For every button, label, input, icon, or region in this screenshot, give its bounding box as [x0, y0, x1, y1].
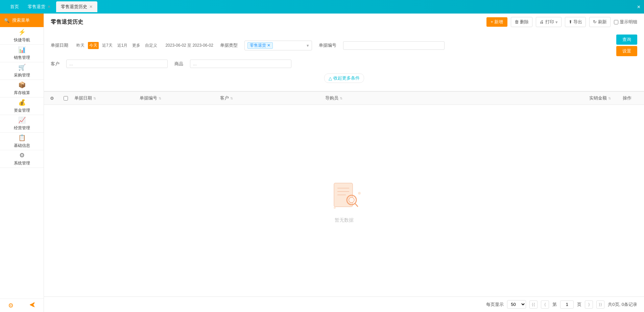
per-page-select[interactable]: 50 100 200 [507, 300, 526, 309]
sidebar-item-inventory[interactable]: 📦 库存核算 [0, 80, 44, 97]
doc-no-input[interactable] [343, 41, 445, 50]
table-header: ⚙ 单据日期 ⇅ 单据编号 ⇅ 客户 ⇅ 导购员 [44, 91, 644, 105]
sidebar-bottom: ⚙ ⮜ [0, 298, 44, 312]
new-button[interactable]: + 新增 [486, 17, 507, 27]
per-page-label: 每页显示 [486, 302, 504, 308]
empty-text: 暂无数据 [335, 217, 354, 223]
first-page-button[interactable]: ⟨⟨ [529, 300, 538, 309]
doc-type-tag[interactable]: 零售退货 ✕ [247, 42, 273, 49]
last-page-button[interactable]: ⟩⟩ [596, 300, 604, 309]
print-button[interactable]: 🖨 打印 ▾ [536, 17, 562, 27]
prev-page-button[interactable]: ⟨ [541, 300, 549, 309]
sidebar-item-quick-nav[interactable]: ⚡ 快捷导航 [0, 27, 44, 45]
toolbar: + 新增 🗑 删除 🖨 打印 ▾ ⬆ 导出 ↻ 刷新 显示明细 [486, 17, 637, 27]
sort-customer-icon[interactable]: ⇅ [230, 96, 233, 100]
tabs: 首页 零售退货 ✕ 零售退货历史 ✕ [7, 1, 637, 12]
select-all-checkbox[interactable] [64, 96, 68, 101]
top-bar: 首页 零售退货 ✕ 零售退货历史 ✕ ✕ [0, 0, 644, 14]
query-button[interactable]: 查询 [616, 35, 637, 45]
page-summary: 共0页, 0条记录 [608, 302, 637, 308]
empty-state: 暂无数据 [44, 105, 644, 296]
delete-button[interactable]: 🗑 删除 [511, 17, 533, 27]
date-btn-custom[interactable]: 自定义 [144, 42, 159, 49]
search-menu[interactable]: 🔍 搜索菜单 [0, 14, 44, 27]
th-checkbox[interactable] [59, 96, 72, 101]
doc-type-select[interactable]: 零售退货 ✕ ▾ [244, 41, 312, 50]
th-settings[interactable]: ⚙ [47, 96, 59, 101]
empty-illustration [327, 178, 361, 212]
search-icon: 🔍 [4, 18, 9, 23]
print-dropdown-icon: ▾ [555, 20, 558, 25]
goods-label: 商品 [174, 61, 183, 67]
sidebar-item-sales-mgmt[interactable]: 📊 销售管理 [0, 45, 44, 62]
pagination: 每页显示 50 100 200 ⟨⟨ ⟨ 第 页 ⟩ ⟩⟩ 共0页, 0条记录 [44, 296, 644, 312]
customer-label: 客户 [51, 61, 59, 67]
refresh-button[interactable]: ↻ 刷新 [589, 17, 611, 27]
collapse-sidebar-icon[interactable]: ⮜ [29, 302, 35, 309]
next-page-button[interactable]: ⟩ [585, 300, 593, 309]
base-info-icon: 📋 [18, 134, 26, 141]
doc-type-dropdown-icon: ▾ [307, 43, 309, 48]
svg-point-8 [358, 192, 361, 195]
show-detail-checkbox-label[interactable]: 显示明细 [614, 19, 637, 25]
show-detail-checkbox[interactable] [614, 20, 618, 24]
svg-line-6 [355, 203, 358, 206]
th-guide: 导购员 ⇅ [323, 95, 403, 101]
gear-icon[interactable]: ⚙ [50, 96, 54, 101]
settings-bottom-icon[interactable]: ⚙ [8, 302, 14, 309]
th-amount: 实销金额 ⇅ [558, 95, 614, 101]
page-title: 零售退货历史 [51, 19, 83, 26]
goods-select[interactable]: ... [190, 60, 291, 68]
date-filter-label: 单据日期 [51, 42, 68, 48]
date-btn-7days[interactable]: 近7天 [101, 42, 114, 49]
page-input[interactable] [560, 300, 574, 309]
main-content: 零售退货历史 + 新增 🗑 删除 🖨 打印 ▾ ⬆ 导出 ↻ 刷新 显示明细 [44, 14, 644, 312]
sort-no-icon[interactable]: ⇅ [159, 96, 161, 100]
system-icon: ⚙ [19, 152, 25, 159]
filter-area: 单据日期 昨天 今天 近7天 近1月 更多 自定义 2023-06-02 至 2… [51, 31, 637, 91]
remove-tag-icon[interactable]: ✕ [267, 43, 270, 48]
svg-point-5 [349, 197, 354, 203]
date-btn-yesterday[interactable]: 昨天 [75, 42, 86, 49]
date-range-display: 2023-06-02 至 2023-06-02 [165, 43, 213, 48]
sales-icon: 📊 [18, 46, 26, 53]
sort-date-icon[interactable]: ⇅ [93, 96, 96, 100]
quick-nav-icon: ⚡ [18, 28, 26, 36]
sidebar-item-system[interactable]: ⚙ 系统管理 [0, 150, 44, 168]
tab-home[interactable]: 首页 [7, 4, 22, 10]
purchase-icon: 🛒 [18, 64, 26, 71]
finance-icon: 💰 [18, 99, 26, 106]
collapse-icon: △ [329, 76, 332, 81]
sidebar-item-operations[interactable]: 📈 经营管理 [0, 115, 44, 133]
svg-point-7 [334, 207, 336, 209]
goods-select-dots: ... [193, 61, 197, 66]
filter-row-1: 单据日期 昨天 今天 近7天 近1月 更多 自定义 2023-06-02 至 2… [51, 35, 637, 56]
page-unit: 页 [577, 302, 581, 308]
sort-guide-icon[interactable]: ⇅ [340, 96, 342, 100]
table-wrapper: ⚙ 单据日期 ⇅ 单据编号 ⇅ 客户 ⇅ 导购员 [44, 91, 644, 296]
close-tab-retail-return-history[interactable]: ✕ [89, 4, 93, 9]
sidebar-item-finance[interactable]: 💰 资金管理 [0, 97, 44, 115]
tab-retail-return-history[interactable]: 零售退货历史 ✕ [56, 1, 97, 12]
inventory-icon: 📦 [18, 81, 26, 89]
date-btn-1month[interactable]: 近1月 [116, 42, 129, 49]
sidebar-item-purchase-mgmt[interactable]: 🛒 采购管理 [0, 62, 44, 80]
close-tab-retail-return[interactable]: ✕ [47, 4, 51, 9]
app-close-button[interactable]: ✕ [637, 4, 641, 9]
collapse-filter-button[interactable]: △ 收起更多条件 [324, 73, 364, 83]
page-label: 第 [552, 302, 557, 308]
filter-settings-button[interactable]: 设置 [616, 46, 637, 56]
th-date: 单据日期 ⇅ [72, 95, 137, 101]
layout: 🔍 搜索菜单 ⚡ 快捷导航 📊 销售管理 🛒 采购管理 📦 库存核算 💰 资金管… [0, 14, 644, 312]
sort-amount-icon[interactable]: ⇅ [608, 96, 611, 100]
tab-retail-return[interactable]: 零售退货 ✕ [23, 1, 55, 12]
th-action: 操作 [614, 95, 641, 101]
doc-no-label: 单据编号 [319, 42, 336, 48]
sidebar-item-base-info[interactable]: 📋 基础信息 [0, 133, 44, 150]
customer-select[interactable]: ... [66, 60, 168, 68]
date-btn-more[interactable]: 更多 [131, 42, 142, 49]
export-button[interactable]: ⬆ 导出 [565, 17, 586, 27]
customer-select-dots: ... [69, 61, 73, 66]
page-title-row: 零售退货历史 + 新增 🗑 删除 🖨 打印 ▾ ⬆ 导出 ↻ 刷新 显示明细 [51, 17, 637, 27]
date-btn-today[interactable]: 今天 [88, 42, 99, 49]
